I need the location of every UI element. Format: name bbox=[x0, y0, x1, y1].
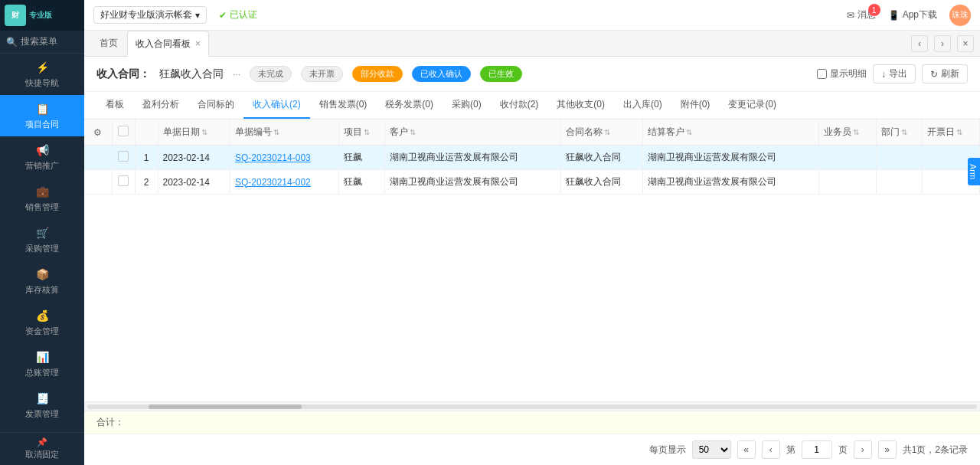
user-name: 珠珠 bbox=[952, 9, 969, 21]
first-page-button[interactable]: « bbox=[737, 440, 756, 459]
col-bill-no[interactable]: 单据编号⇅ bbox=[230, 120, 338, 146]
select-all-checkbox[interactable] bbox=[118, 126, 129, 136]
content-area: 收入合同： 狂飙收入合同 ··· 未完成 未开票 部分收款 已收入确认 已生效 … bbox=[84, 57, 980, 465]
marketing-icon: 📢 bbox=[34, 142, 50, 158]
status-no-invoice-button[interactable]: 未开票 bbox=[301, 66, 343, 82]
salesman-sort-icon: ⇅ bbox=[853, 128, 859, 136]
horizontal-scrollbar[interactable] bbox=[84, 401, 980, 411]
sidebar-item-invoice[interactable]: 🧾 发票管理 bbox=[0, 385, 84, 426]
message-button[interactable]: ✉ 1 消息 bbox=[847, 8, 876, 21]
main-area: 好业财专业版演示帐套 ▾ ✔ 已认证 ✉ 1 消息 📱 App下载 珠珠 首页 bbox=[84, 0, 980, 465]
company-selector[interactable]: 好业财专业版演示帐套 ▾ bbox=[93, 6, 207, 24]
prev-page-button[interactable]: ‹ bbox=[762, 440, 780, 459]
status-partial-button[interactable]: 部分收款 bbox=[352, 66, 403, 82]
refresh-button[interactable]: ↻ 刷新 bbox=[922, 64, 968, 84]
sidebar-item-tax[interactable]: 🏛 税务管理 bbox=[0, 426, 84, 432]
col-contract-name[interactable]: 合同名称⇅ bbox=[560, 120, 643, 146]
sidebar-item-label: 销售管理 bbox=[25, 201, 59, 213]
contract-header: 收入合同： 狂飙收入合同 ··· 未完成 未开票 部分收款 已收入确认 已生效 … bbox=[84, 57, 980, 92]
col-settings[interactable]: ⚙ bbox=[84, 120, 112, 146]
bill-no-link[interactable]: SQ-20230214-002 bbox=[235, 177, 311, 188]
col-open-date[interactable]: 开票日⇅ bbox=[923, 120, 980, 146]
sidebar-search[interactable]: 🔍 搜索菜单 bbox=[0, 31, 84, 54]
subtab-profit[interactable]: 盈利分析 bbox=[133, 92, 188, 119]
app-logo: 财 专业版 bbox=[0, 0, 84, 31]
funds-icon: 💰 bbox=[34, 308, 50, 323]
row-checkbox[interactable] bbox=[118, 175, 129, 186]
bill-no-sort-icon: ⇅ bbox=[273, 128, 279, 136]
col-bill-date[interactable]: 单据日期⇅ bbox=[158, 120, 230, 146]
row-num-cell: 2 bbox=[135, 170, 158, 195]
tab-nav-left-button[interactable]: ‹ bbox=[911, 35, 928, 52]
subtab-attachments[interactable]: 附件(0) bbox=[671, 92, 720, 119]
tab-nav-close-button[interactable]: × bbox=[957, 35, 974, 52]
table-row[interactable]: 2 2023-02-14 SQ-20230214-002 狂飙 湖南卫视商业运营… bbox=[84, 170, 980, 195]
app-download-button[interactable]: 📱 App下载 bbox=[888, 8, 937, 21]
bill-no-link[interactable]: SQ-20230214-003 bbox=[235, 152, 311, 163]
project-contract-icon: 📋 bbox=[34, 101, 50, 116]
row-checkbox-cell[interactable] bbox=[112, 146, 135, 170]
right-panel-button[interactable]: Arm bbox=[968, 158, 980, 185]
show-detail-input[interactable] bbox=[817, 69, 827, 79]
col-department[interactable]: 部门⇅ bbox=[877, 120, 923, 146]
row-checkbox-cell[interactable] bbox=[112, 170, 135, 195]
last-page-button[interactable]: » bbox=[878, 440, 897, 459]
sidebar-item-inventory[interactable]: 📦 库存核算 bbox=[0, 260, 84, 302]
row-settings-cell bbox=[84, 170, 112, 195]
row-bill-no-cell[interactable]: SQ-20230214-002 bbox=[230, 170, 338, 195]
sidebar-item-label: 营销推广 bbox=[25, 160, 59, 172]
total-info: 共1页，2条记录 bbox=[903, 444, 968, 457]
subtab-other-income[interactable]: 其他收支(0) bbox=[547, 92, 614, 119]
contract-more-button[interactable]: ··· bbox=[233, 69, 240, 80]
sidebar-item-marketing[interactable]: 📢 营销推广 bbox=[0, 136, 84, 178]
department-sort-icon: ⇅ bbox=[901, 128, 907, 136]
show-detail-checkbox[interactable]: 显示明细 bbox=[817, 67, 867, 80]
table-row[interactable]: 1 2023-02-14 SQ-20230214-003 狂飙 湖南卫视商业运营… bbox=[84, 146, 980, 170]
col-customer[interactable]: 客户⇅ bbox=[384, 120, 560, 146]
col-project[interactable]: 项目⇅ bbox=[338, 120, 384, 146]
subtab-warehouse[interactable]: 出入库(0) bbox=[614, 92, 671, 119]
sidebar-item-purchase[interactable]: 🛒 采购管理 bbox=[0, 219, 84, 260]
row-checkbox[interactable] bbox=[118, 151, 129, 162]
col-salesman[interactable]: 业务员⇅ bbox=[819, 120, 877, 146]
message-icon: ✉ bbox=[847, 10, 854, 21]
contract-name-sort-icon: ⇅ bbox=[604, 128, 610, 136]
subtab-contract-target[interactable]: 合同标的 bbox=[188, 92, 243, 119]
tab-close-button[interactable]: × bbox=[195, 38, 201, 49]
subtabs: 看板 盈利分析 合同标的 收入确认(2) 销售发票(0) 税务发票(0) 采购(… bbox=[84, 92, 980, 120]
sidebar-item-funds[interactable]: 💰 资金管理 bbox=[0, 302, 84, 343]
sidebar-item-sales[interactable]: 💼 销售管理 bbox=[0, 178, 84, 219]
sidebar-item-general[interactable]: 📊 总账管理 bbox=[0, 343, 84, 385]
tab-nav-right-button[interactable]: › bbox=[934, 35, 951, 52]
subtab-payment[interactable]: 收付款(2) bbox=[491, 92, 548, 119]
status-incomplete-button[interactable]: 未完成 bbox=[250, 66, 292, 82]
inventory-icon: 📦 bbox=[34, 267, 50, 282]
tab-income-kanban[interactable]: 收入合同看板 × bbox=[127, 31, 209, 57]
table-container: ⚙ 单据日期⇅ 单据编号⇅ 项目⇅ 客户⇅ 合同名称⇅ 结算客户⇅ 业务员⇅ 部… bbox=[84, 120, 980, 401]
row-bill-date-cell: 2023-02-14 bbox=[158, 170, 230, 195]
sidebar-item-quicknav[interactable]: ⚡ 快捷导航 bbox=[0, 54, 84, 95]
per-page-select[interactable]: 50 100 200 bbox=[692, 440, 731, 459]
purchase-icon: 🛒 bbox=[34, 225, 50, 241]
subtab-income-confirm[interactable]: 收入确认(2) bbox=[243, 92, 310, 119]
export-button[interactable]: ↓ 导出 bbox=[873, 64, 916, 84]
next-page-button[interactable]: › bbox=[854, 440, 872, 459]
cancel-pin-button[interactable]: 📌 取消固定 bbox=[0, 433, 84, 465]
status-active-button[interactable]: 已生效 bbox=[480, 66, 522, 82]
scrollbar-thumb[interactable] bbox=[149, 404, 302, 409]
col-num bbox=[135, 120, 158, 146]
user-avatar[interactable]: 珠珠 bbox=[949, 5, 971, 26]
col-related-customer[interactable]: 结算客户⇅ bbox=[643, 120, 819, 146]
subtab-tax-invoice[interactable]: 税务发票(0) bbox=[376, 92, 443, 119]
sidebar-item-project-contract[interactable]: 📋 项目合同 bbox=[0, 95, 84, 136]
current-page-input[interactable] bbox=[802, 440, 832, 459]
subtab-change-log[interactable]: 变更记录(0) bbox=[719, 92, 786, 119]
subtab-purchase[interactable]: 采购(0) bbox=[443, 92, 491, 119]
col-checkbox[interactable] bbox=[112, 120, 135, 146]
tab-home[interactable]: 首页 bbox=[90, 31, 127, 57]
status-confirmed-button[interactable]: 已收入确认 bbox=[412, 66, 471, 82]
subtab-sales-invoice[interactable]: 销售发票(0) bbox=[310, 92, 377, 119]
settings-icon[interactable]: ⚙ bbox=[93, 127, 102, 138]
subtab-kanban[interactable]: 看板 bbox=[96, 92, 133, 119]
row-bill-no-cell[interactable]: SQ-20230214-003 bbox=[230, 146, 338, 170]
